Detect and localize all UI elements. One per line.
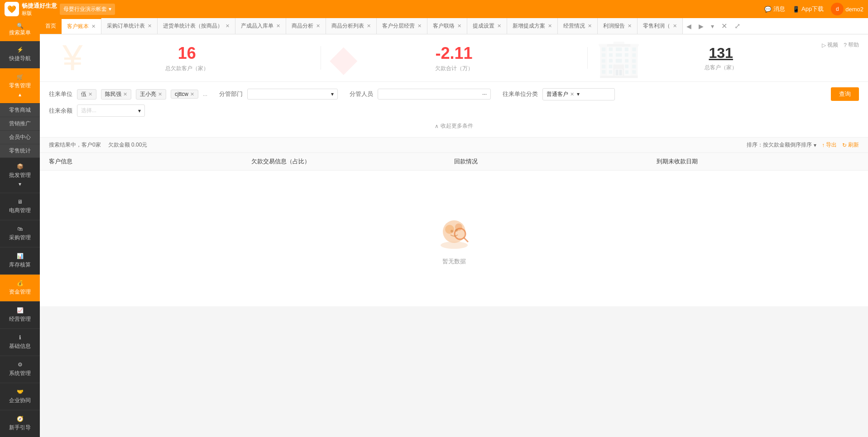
remain-filter-select[interactable]: 选择... ▾: [77, 104, 145, 117]
tab-close-purchase-order-stats[interactable]: ✕: [148, 23, 152, 29]
sidebar-item-retail-mgmt[interactable]: 🛒 零售管理 ▴: [0, 68, 40, 104]
logo-area: 🧡 畅捷通好生意 标版 母婴行业演示帐套 ▾: [5, 2, 764, 17]
collapse-button[interactable]: ∧ 收起更多条件: [49, 120, 859, 132]
data-table: 客户信息 欠款交易信息（占比） 回款情况 到期未收款日期: [40, 153, 868, 306]
col-header-customer-info: 客户信息: [49, 157, 251, 166]
tab-close-all[interactable]: ✕: [718, 18, 731, 34]
tab-customer-cost[interactable]: 客户账本 ✕: [62, 18, 101, 34]
sidebar-item-retail-stats[interactable]: 零售统计: [0, 144, 40, 158]
tab-close-product-analysis[interactable]: ✕: [316, 23, 320, 29]
stat-number-debt-amount: -2.11: [321, 43, 588, 63]
tab-retail-profit[interactable]: 零售利润（ ✕: [638, 18, 683, 34]
tab-close-profit-report[interactable]: ✕: [628, 23, 632, 29]
tab-purchase-order-stats[interactable]: 采购订单统计表 ✕: [101, 18, 158, 34]
sidebar-item-enterprise-collab[interactable]: 🤝 企业协同: [0, 383, 40, 410]
stats-panel: ¥ 16 总欠款客户（家） ◆ -2.11 欠款合计（万） 🏢 131: [40, 34, 868, 82]
tab-close-customer-cost[interactable]: ✕: [91, 24, 96, 29]
tab-promote-settings[interactable]: 提成设置 ✕: [467, 18, 507, 34]
tab-close-new-promote-plan[interactable]: ✕: [548, 23, 552, 29]
message-btn[interactable]: 💬 消息: [764, 5, 785, 13]
sidebar-item-newbie-guide[interactable]: 🧭 新手引导: [0, 410, 40, 437]
account-dropdown[interactable]: 母婴行业演示帐套 ▾: [60, 4, 115, 15]
svg-point-3: [445, 225, 454, 234]
refresh-button[interactable]: ↻ 刷新: [842, 141, 859, 149]
remove-tag-unit-type[interactable]: ✕: [570, 91, 574, 97]
sidebar-item-member-center[interactable]: 会员中心: [0, 131, 40, 144]
sidebar-item-quick-nav[interactable]: ⚡ 快捷导航: [0, 41, 40, 68]
chevron-down-icon-remain: ▾: [138, 108, 141, 114]
user-avatar-btn[interactable]: d demo2: [831, 3, 863, 15]
tab-product-inbound[interactable]: 产成品入库单 ✕: [235, 18, 286, 34]
sidebar-item-capital-mgmt[interactable]: 💰 资金管理: [0, 275, 40, 302]
tab-close-promote-settings[interactable]: ✕: [497, 23, 501, 29]
chevron-down-icon: ▾: [109, 6, 111, 12]
tab-operation-status[interactable]: 经营情况 ✕: [558, 18, 598, 34]
person-filter-label: 分管人员: [350, 90, 373, 98]
filter-tag-unit-wang: 王小亮 ✕: [136, 89, 166, 100]
stat-total-debt-amount: ◆ -2.11 欠款合计（万）: [321, 43, 588, 72]
empty-text: 暂无数据: [442, 257, 466, 266]
sidebar-item-wholesale-mgmt[interactable]: 📦 批发管理 ▾: [0, 158, 40, 193]
person-filter-select[interactable]: ···: [378, 89, 491, 100]
tab-product-analysis[interactable]: 商品分析 ✕: [286, 18, 326, 34]
avatar: d: [831, 3, 844, 15]
unit-type-filter-select[interactable]: 普通客户 ✕ ▾: [542, 88, 615, 100]
remove-tag-wang[interactable]: ✕: [158, 91, 162, 97]
export-button[interactable]: ↑ 导出: [822, 141, 837, 149]
sidebar-search[interactable]: 🔍 搜索菜单: [0, 18, 40, 41]
filter-tag-unit-chen: 陈民强 ✕: [101, 89, 131, 100]
filter-tag-unit-all: 伍 ✕: [77, 89, 96, 100]
dept-filter-label: 分管部门: [219, 90, 243, 98]
quick-nav-icon: ⚡: [17, 47, 24, 53]
tab-close-retail-profit[interactable]: ✕: [673, 23, 677, 29]
sidebar-item-basic-info[interactable]: ℹ 基础信息: [0, 329, 40, 356]
sidebar-item-retail-mall[interactable]: 零售商城: [0, 104, 40, 117]
tab-profit-report[interactable]: 利润报告 ✕: [598, 18, 638, 34]
sidebar-item-operation-mgmt[interactable]: 📈 经营管理: [0, 302, 40, 329]
tab-close-inbound-stats[interactable]: ✕: [225, 23, 230, 29]
chevron-down-icon-sort: ▾: [814, 142, 816, 148]
filter-panel: 往来单位 伍 ✕ 陈民强 ✕ 王小亮 ✕: [40, 82, 868, 138]
remove-tag-cjttcw[interactable]: ✕: [190, 91, 194, 97]
filter-tag-normal-customer: 普通客户 ✕: [547, 90, 574, 98]
search-icon: 🔍: [2, 23, 38, 29]
tab-inbound-stats[interactable]: 进货单统计表（按商品） ✕: [158, 18, 235, 34]
sort-selector[interactable]: 排序：按欠款金额倒序排序 ▾: [747, 141, 816, 149]
operation-icon: 📈: [17, 307, 24, 314]
query-button[interactable]: 查询: [831, 87, 859, 101]
tab-customer-contact[interactable]: 客户联络 ✕: [427, 18, 467, 34]
tab-customer-segment[interactable]: 客户分层经营 ✕: [377, 18, 427, 34]
tab-expand[interactable]: ⤢: [731, 18, 744, 34]
tab-nav-right[interactable]: ▶: [695, 18, 707, 34]
sidebar-item-purchase-mgmt[interactable]: 🛍 采购管理: [0, 220, 40, 247]
top-right: 💬 消息 📱 App下载 d demo2: [764, 3, 863, 15]
remove-tag-wu[interactable]: ✕: [88, 91, 92, 97]
tab-new-promote-plan[interactable]: 新增提成方案 ✕: [507, 18, 558, 34]
col-header-due-date: 到期未收款日期: [657, 157, 859, 166]
wholesale-icon: 📦: [17, 163, 24, 170]
more-icon: ···: [482, 91, 487, 97]
message-icon: 💬: [764, 6, 772, 13]
dept-filter-select[interactable]: ▾: [247, 89, 338, 100]
inventory-icon: 📊: [17, 253, 24, 259]
tab-nav-left[interactable]: ◀: [683, 18, 695, 34]
collapse-bar: ∧ 收起更多条件: [49, 120, 859, 132]
tab-nav-menu[interactable]: ▾: [707, 18, 718, 34]
tab-close-customer-segment[interactable]: ✕: [417, 23, 422, 29]
sidebar-item-marketing[interactable]: 营销推广: [0, 117, 40, 131]
tab-close-operation-status[interactable]: ✕: [588, 23, 592, 29]
tab-home[interactable]: 首页: [40, 18, 62, 34]
sidebar-item-inventory[interactable]: 📊 库存核算: [0, 247, 40, 275]
app-download-btn[interactable]: 📱 App下载: [792, 5, 824, 13]
sidebar-item-sys-mgmt[interactable]: ⚙ 系统管理: [0, 356, 40, 383]
retail-icon: 🛒: [17, 74, 24, 80]
remain-filter-label: 往来余额: [49, 107, 72, 115]
tab-product-analysis-list[interactable]: 商品分析列表 ✕: [326, 18, 377, 34]
more-tags-btn[interactable]: ...: [203, 91, 207, 97]
tab-close-product-analysis-list[interactable]: ✕: [367, 23, 371, 29]
sidebar-item-ecom-mgmt[interactable]: 🖥 电商管理: [0, 193, 40, 220]
chevron-down-icon: ▾: [331, 91, 334, 97]
tab-close-customer-contact[interactable]: ✕: [457, 23, 461, 29]
remove-tag-chen[interactable]: ✕: [123, 91, 127, 97]
tab-close-product-inbound[interactable]: ✕: [276, 23, 280, 29]
